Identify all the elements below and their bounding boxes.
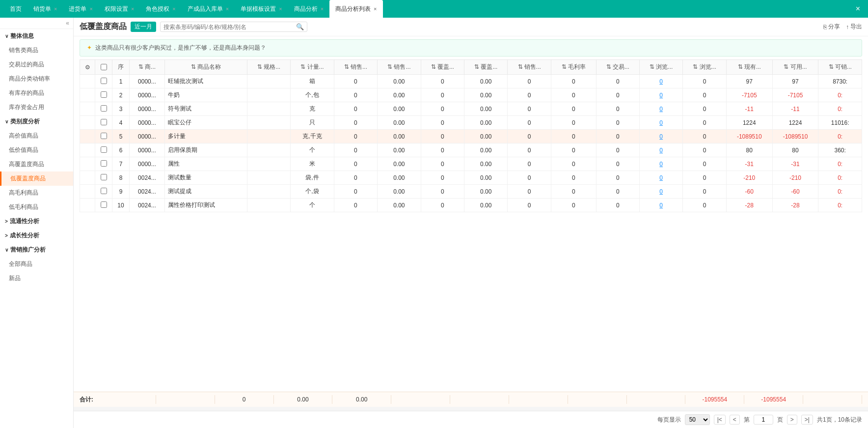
next-page-button[interactable]: >	[787, 415, 797, 425]
cell-checkbox[interactable]	[95, 185, 112, 199]
sidebar-section-flow[interactable]: > 流通性分析	[0, 214, 73, 228]
row-checkbox[interactable]	[101, 78, 107, 84]
row-checkbox[interactable]	[101, 91, 107, 98]
cell-b1[interactable]: 0	[639, 171, 682, 185]
cell-b1[interactable]: 0	[639, 143, 682, 157]
sidebar-collapse-button[interactable]: «	[0, 18, 73, 29]
nav-product-inbound[interactable]: 产成品入库单 ×	[182, 0, 235, 18]
col-unit-header[interactable]: ⇅ 计量...	[291, 60, 334, 75]
row-checkbox[interactable]	[101, 188, 107, 194]
close-icon[interactable]: ×	[374, 6, 377, 12]
sidebar-item-high-coverage[interactable]: 高覆盖度商品	[0, 157, 73, 171]
period-button[interactable]: 近一月	[131, 22, 156, 32]
col-code-header[interactable]: ⇅ 商...	[130, 60, 165, 75]
sidebar-section-overall[interactable]: ∨ 整体信息	[0, 29, 73, 43]
cell-b1[interactable]: 0	[639, 130, 682, 143]
cell-b1[interactable]: 0	[639, 185, 682, 199]
page-size-select[interactable]: 50 100 200	[685, 414, 710, 425]
close-all-button[interactable]: ×	[852, 4, 864, 13]
search-input[interactable]	[163, 24, 296, 30]
col-sales2-header[interactable]: ⇅ 销售...	[378, 60, 421, 75]
col-settings[interactable]: ⚙	[80, 60, 95, 75]
first-page-button[interactable]: |<	[714, 415, 726, 425]
cell-b1[interactable]: 0	[639, 102, 682, 116]
cell-checkbox[interactable]	[95, 88, 112, 102]
sidebar-item-traded-products[interactable]: 交易过的商品	[0, 57, 73, 72]
close-icon[interactable]: ×	[279, 6, 282, 12]
cell-checkbox[interactable]	[95, 199, 112, 212]
col-saleable-header[interactable]: ⇅ 可销...	[818, 60, 862, 75]
cell-name: 多计量	[164, 130, 247, 143]
col-browse1-header[interactable]: ⇅ 浏览...	[639, 60, 682, 75]
col-sales3-header[interactable]: ⇅ 销售...	[508, 60, 551, 75]
col-current-header[interactable]: ⇅ 现有...	[726, 60, 772, 75]
nav-product-analysis[interactable]: 商品分析 ×	[288, 0, 329, 18]
close-icon[interactable]: ×	[54, 6, 57, 12]
cell-b1[interactable]: 0	[639, 88, 682, 102]
col-cover2-header[interactable]: ⇅ 覆盖...	[464, 60, 508, 75]
sidebar-item-new-products[interactable]: 新品	[0, 271, 73, 285]
sidebar-section-marketing[interactable]: ∨ 营销推广分析	[0, 243, 73, 257]
row-checkbox[interactable]	[101, 105, 107, 112]
cell-b1[interactable]: 0	[639, 116, 682, 130]
sidebar-item-low-gross[interactable]: 低毛利商品	[0, 200, 73, 214]
nav-permission[interactable]: 权限设置 ×	[99, 0, 140, 18]
sidebar-section-category[interactable]: ∨ 类别度分析	[0, 114, 73, 129]
cell-checkbox[interactable]	[95, 116, 112, 130]
cell-checkbox[interactable]	[95, 157, 112, 171]
sidebar-item-all-products[interactable]: 全部商品	[0, 257, 73, 271]
sidebar-item-category-rate[interactable]: 商品分类动销率	[0, 72, 73, 86]
sidebar-section-growth[interactable]: > 成长性分析	[0, 228, 73, 243]
col-trans-header[interactable]: ⇅ 交易...	[596, 60, 639, 75]
cell-sale: 0:	[818, 102, 862, 116]
col-spec-header[interactable]: ⇅ 规格...	[247, 60, 290, 75]
close-icon[interactable]: ×	[89, 6, 92, 12]
close-icon[interactable]: ×	[226, 6, 229, 12]
select-all-checkbox[interactable]	[101, 64, 107, 70]
nav-role[interactable]: 角色授权 ×	[140, 0, 181, 18]
share-button[interactable]: ⎘ 分享	[823, 23, 840, 31]
col-gross-header[interactable]: ⇅ 毛利率	[551, 60, 596, 75]
export-button[interactable]: ↑ 导出	[846, 23, 862, 31]
col-sales1-header[interactable]: ⇅ 销售...	[334, 60, 377, 75]
col-cover1-header[interactable]: ⇅ 覆盖...	[421, 60, 464, 75]
cell-b1[interactable]: 0	[639, 157, 682, 171]
sidebar-item-low-coverage[interactable]: 低覆盖度商品	[0, 171, 73, 186]
row-checkbox[interactable]	[101, 133, 107, 139]
nav-sales[interactable]: 销货单 ×	[27, 0, 63, 18]
nav-purchase[interactable]: 进货单 ×	[63, 0, 98, 18]
horizontal-scrollbar[interactable]	[74, 407, 868, 411]
cell-checkbox[interactable]	[95, 143, 112, 157]
cell-checkbox[interactable]	[95, 75, 112, 88]
sidebar-item-high-gross[interactable]: 高毛利商品	[0, 186, 73, 200]
last-page-button[interactable]: >|	[801, 415, 813, 425]
col-name-header[interactable]: ⇅ 商品名称	[164, 60, 247, 75]
close-icon[interactable]: ×	[321, 6, 324, 12]
nav-template[interactable]: 单据模板设置 ×	[235, 0, 288, 18]
cell-checkbox[interactable]	[95, 130, 112, 143]
sidebar-item-low-value[interactable]: 低价值商品	[0, 143, 73, 157]
cell-checkbox[interactable]	[95, 171, 112, 185]
close-icon[interactable]: ×	[131, 6, 134, 12]
cell-b1[interactable]: 0	[639, 199, 682, 212]
row-checkbox[interactable]	[101, 174, 107, 180]
sidebar-item-in-stock[interactable]: 有库存的商品	[0, 86, 73, 100]
prev-page-button[interactable]: <	[730, 415, 740, 425]
sidebar-item-sales-products[interactable]: 销售类商品	[0, 43, 73, 57]
close-icon[interactable]: ×	[172, 6, 175, 12]
col-browse2-header[interactable]: ⇅ 浏览...	[683, 60, 726, 75]
row-checkbox[interactable]	[101, 146, 107, 153]
cell-checkbox[interactable]	[95, 102, 112, 116]
row-checkbox[interactable]	[101, 119, 107, 125]
col-checkbox-header[interactable]	[95, 60, 112, 75]
sidebar-item-high-value[interactable]: 高价值商品	[0, 129, 73, 143]
row-checkbox[interactable]	[101, 160, 107, 167]
cell-gross: 0	[551, 185, 596, 199]
col-available-header[interactable]: ⇅ 可用...	[772, 60, 818, 75]
sidebar-item-capital[interactable]: 库存资金占用	[0, 100, 73, 114]
nav-product-analysis-list[interactable]: 商品分析列表 ×	[329, 0, 382, 18]
cell-b1[interactable]: 0	[639, 75, 682, 88]
nav-home[interactable]: 首页	[4, 0, 27, 18]
page-input[interactable]	[754, 415, 773, 425]
row-checkbox[interactable]	[101, 201, 107, 208]
